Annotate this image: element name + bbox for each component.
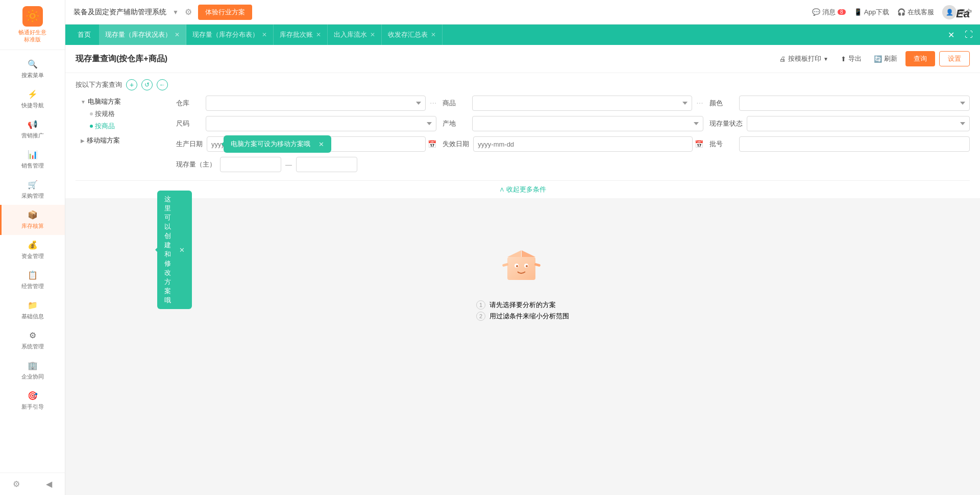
sidebar-item-marketing[interactable]: 📢 营销推广 [0,114,65,145]
tab-flow-label: 出入库流水 [334,30,367,39]
expire-date-calendar-icon[interactable]: 📅 [695,140,703,148]
scheme-item-spec[interactable]: 按规格 [81,108,170,120]
filter-field-color: 颜色 [709,96,970,111]
warehouse-label: 仓库 [176,99,202,108]
tab-flow-close[interactable]: ✕ [370,31,375,38]
sidebar-item-finance[interactable]: 💰 资金管理 [0,235,65,265]
filter-body: ▼ 电脑端方案 按规格 按商品 [76,96,970,180]
ea-text: Ea [956,7,970,20]
tab-inventory-status-label: 现存量（库存状况表） [105,30,172,39]
batch-no-input[interactable] [739,136,970,152]
sidebar-label-sales: 销售管理 [21,162,44,170]
sidebar-item-guide[interactable]: 🎯 新手引导 [0,386,65,416]
expire-date-from[interactable] [473,136,692,152]
chevron-down-icon: ▼ [81,99,86,105]
scheme-dot-product [90,125,93,128]
system-dropdown-icon[interactable]: ▼ [173,9,179,16]
sidebar-nav: 🔍 搜索菜单 ⚡ 快捷导航 📢 营销推广 📊 销售管理 🛒 采购管理 📦 库存核… [0,50,65,473]
sidebar-bottom: ⚙ ◀ [0,473,65,495]
produce-date-calendar-icon[interactable]: 📅 [428,140,436,148]
scheme-group-mobile-header[interactable]: ▶ 移动端方案 [81,134,170,147]
filter-header: 按以下方案查询 + ↺ ← [76,79,970,90]
origin-label: 产地 [443,119,468,128]
product-select[interactable] [472,96,692,111]
warehouse-dots[interactable]: ··· [430,99,436,108]
phone-icon: 📱 [854,8,862,16]
size-select[interactable] [206,116,436,131]
refresh-btn[interactable]: 🔄 刷新 [870,52,901,65]
sidebar-item-search-menu[interactable]: 🔍 搜索菜单 [0,54,65,84]
sidebar-label-inventory: 库存核算 [21,222,44,230]
industry-btn[interactable]: 体验行业方案 [198,5,252,20]
origin-select[interactable] [472,116,703,131]
header-left: 装备及固定资产辅助管理系统 ▼ ⚙ 体验行业方案 [74,5,252,20]
refresh-label: 刷新 [884,54,897,63]
tab-batch-account[interactable]: 库存批次账 ✕ [274,25,328,45]
online-support-btn[interactable]: 🎧 在线客服 [897,8,934,17]
user-avatar: 👤 [942,5,957,19]
tab-home[interactable]: 首页 [69,25,99,45]
marketing-icon: 📢 [28,120,38,130]
filter-collapse-btn[interactable]: ∧ 收起更多条件 [76,180,970,198]
create-tooltip-close[interactable]: ✕ [179,246,185,254]
filter-refresh-btn[interactable]: ↺ [141,79,153,90]
sidebar-item-inventory[interactable]: 📦 库存核算 [0,205,65,235]
page-title: 现存量查询(按仓库+商品) [76,54,167,64]
basic-info-icon: 📁 [28,300,38,311]
sidebar-collapse-btn[interactable]: ◀ [44,477,54,491]
status-select[interactable] [747,116,970,131]
filter-row-4: 现存量（主） — [176,157,970,172]
color-select[interactable] [739,96,970,111]
sidebar-item-operation[interactable]: 📋 经营管理 [0,265,65,295]
stock-from-input[interactable] [220,157,281,172]
filter-field-origin: 产地 [443,116,703,131]
product-dots[interactable]: ··· [696,99,703,108]
finance-icon: 💰 [28,240,38,250]
sidebar-item-basic-info[interactable]: 📁 基础信息 [0,295,65,325]
filter-arrow-btn[interactable]: ← [157,79,168,90]
tab-inventory-dist-close[interactable]: ✕ [262,31,267,38]
sidebar-label-search-menu: 搜索菜单 [21,72,44,79]
tab-inventory-dist[interactable]: 现存量（库存分布表） ✕ [186,25,274,45]
scheme-group-pc-header[interactable]: ▼ 电脑端方案 [81,96,170,108]
scheme-tooltip-close[interactable]: ✕ [318,140,324,148]
guide-icon: 🎯 [28,391,38,401]
page-actions: 🖨 按模板打印 ▼ ⬆ 导出 🔄 刷新 查询 设置 [775,51,970,66]
sidebar-label-system: 系统管理 [21,343,44,350]
tab-inventory-status[interactable]: 现存量（库存状况表） ✕ [99,25,186,45]
sidebar-item-purchase[interactable]: 🛒 采购管理 [0,175,65,205]
header-right: 💬 消息 8 📱 App下载 🎧 在线客服 👤 用户 Ea [812,5,972,19]
message-icon: 💬 [812,8,820,16]
query-btn[interactable]: 查询 [905,51,935,66]
app-download-btn[interactable]: 📱 App下载 [854,8,889,17]
tab-close-all-btn[interactable]: ✕ [945,29,958,41]
print-label: 按模板打印 [788,54,821,63]
svg-rect-0 [507,257,535,280]
stock-to-input[interactable] [296,157,357,172]
tab-summary-close[interactable]: ✕ [431,31,436,38]
purchase-icon: 🛒 [28,180,38,190]
sidebar-item-system[interactable]: ⚙ 系统管理 [0,325,65,356]
tab-inventory-status-close[interactable]: ✕ [175,31,180,38]
print-btn[interactable]: 🖨 按模板打印 ▼ [775,52,832,65]
message-btn[interactable]: 💬 消息 8 [812,8,846,17]
filter-add-scheme-btn[interactable]: + [126,79,137,90]
sidebar-settings-btn[interactable]: ⚙ [11,477,22,491]
scheme-group-mobile-label: 移动端方案 [87,136,120,145]
export-btn[interactable]: ⬆ 导出 [837,52,866,65]
sidebar-label-basic-info: 基础信息 [21,313,44,320]
sidebar-item-sales[interactable]: 📊 销售管理 [0,145,65,175]
tab-batch-account-close[interactable]: ✕ [316,31,321,38]
tab-flow[interactable]: 出入库流水 ✕ [328,25,382,45]
refresh-icon: 🔄 [874,55,882,63]
header-settings-icon[interactable]: ⚙ [185,7,192,17]
scheme-item-product[interactable]: 按商品 [81,120,170,132]
warehouse-select[interactable] [206,96,426,111]
settings-btn[interactable]: 设置 [939,51,970,66]
empty-tip-2-text: 用过滤条件来缩小分析范围 [489,312,569,321]
message-label: 消息 [822,8,836,17]
tab-summary[interactable]: 收发存汇总表 ✕ [382,25,443,45]
sidebar-item-quick-nav[interactable]: ⚡ 快捷导航 [0,84,65,114]
tab-expand-btn[interactable]: ⛶ [962,29,976,40]
sidebar-item-enterprise[interactable]: 🏢 企业协同 [0,356,65,386]
